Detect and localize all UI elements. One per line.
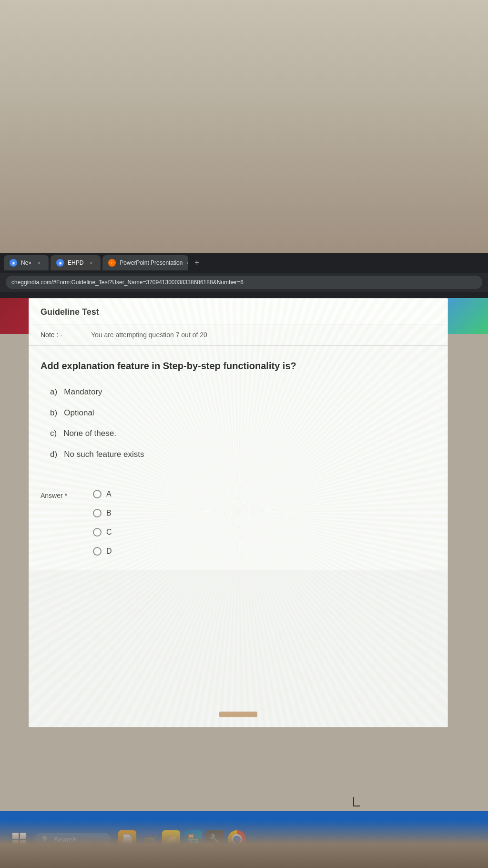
page-title: Guideline Test xyxy=(29,299,447,324)
tab2-close[interactable]: × xyxy=(87,259,95,267)
store-icon-glyph: 🏪 xyxy=(187,834,199,845)
radio-label-b: B xyxy=(106,509,112,517)
tab2-label: EHPD xyxy=(68,259,83,266)
search-label: Search xyxy=(54,836,77,844)
new-tab-button[interactable]: + xyxy=(190,256,203,269)
note-value: You are attempting question 7 out of 20 xyxy=(91,331,207,339)
url-input[interactable]: cheggindia.com/#Form:Guideline_Test?User… xyxy=(6,276,482,289)
option-b: b) Optional xyxy=(50,407,436,419)
option-c-text: None of these. xyxy=(63,429,116,438)
note-label: Note : - xyxy=(41,331,62,339)
browser-tab-1[interactable]: ◉ Ne» × xyxy=(4,255,49,270)
note-row: Note : - You are attempting question 7 o… xyxy=(29,324,447,346)
radio-option-b[interactable]: B xyxy=(93,509,112,517)
radio-label-c: C xyxy=(106,528,112,537)
taskbar-search[interactable]: 🔍 Search xyxy=(34,833,111,847)
option-c: c) None of these. xyxy=(50,427,436,440)
option-b-letter: b) xyxy=(50,408,62,417)
files-icon-glyph: 📄 xyxy=(122,834,133,845)
browser-chrome: ◉ Ne» × ◉ EHPD × P PowerPoint Presentati… xyxy=(0,253,488,298)
new-tab-icon: + xyxy=(194,258,200,268)
address-bar: cheggindia.com/#Form:Guideline_Test?User… xyxy=(0,273,488,292)
option-a: a) Mandatory xyxy=(50,386,436,398)
radio-option-d[interactable]: D xyxy=(93,547,112,556)
search-icon: 🔍 xyxy=(42,836,50,843)
option-b-text: Optional xyxy=(64,408,94,417)
option-d-text: No such feature exists xyxy=(64,450,144,459)
folder-icon-glyph: 📁 xyxy=(165,834,177,845)
question-section: Add explanation feature in Step-by-step … xyxy=(29,346,447,478)
taskbar-folder-icon[interactable]: 📁 xyxy=(162,830,180,848)
radio-circle-d xyxy=(93,547,102,556)
options-list: a) Mandatory b) Optional c) None of thes… xyxy=(50,386,436,460)
physical-background xyxy=(0,0,488,253)
answer-section: Answer * A B C D xyxy=(29,478,447,570)
taskbar-apps: 📄 📹 📁 🏪 🔧 xyxy=(118,830,246,848)
tab3-favicon: P xyxy=(108,259,116,267)
tab1-favicon: ◉ xyxy=(10,259,17,267)
radio-circle-c xyxy=(93,528,102,537)
option-a-text: Mandatory xyxy=(64,387,102,396)
browser-tab-3[interactable]: P PowerPoint Presentation × xyxy=(102,255,188,270)
option-c-letter: c) xyxy=(50,429,61,438)
taskbar-tools-icon[interactable]: 🔧 xyxy=(206,830,224,848)
radio-label-a: A xyxy=(106,490,112,498)
page-title-text: Guideline Test xyxy=(41,307,99,317)
answer-row: Answer * A B C D xyxy=(41,490,436,556)
scroll-indicator xyxy=(219,712,257,717)
tab3-label: PowerPoint Presentation xyxy=(120,259,183,266)
radio-option-a[interactable]: A xyxy=(93,490,112,498)
option-d: d) No such feature exists xyxy=(50,448,436,461)
url-text: cheggindia.com/#Form:Guideline_Test?User… xyxy=(11,279,244,286)
radio-options: A B C D xyxy=(93,490,112,556)
question-text: Add explanation feature in Step-by-step … xyxy=(41,359,436,372)
browser-tab-2[interactable]: ◉ EHPD × xyxy=(51,255,101,270)
option-a-letter: a) xyxy=(50,387,62,396)
taskbar-store-icon[interactable]: 🏪 xyxy=(184,830,202,848)
tools-icon-glyph: 🔧 xyxy=(209,834,221,845)
content-area: Guideline Test Note : - You are attempti… xyxy=(29,298,448,727)
tab2-favicon: ◉ xyxy=(56,259,64,267)
taskbar-video-icon[interactable]: 📹 xyxy=(140,830,158,848)
radio-label-d: D xyxy=(106,547,112,556)
start-button[interactable] xyxy=(10,830,29,849)
answer-label: Answer * xyxy=(41,490,79,499)
taskbar-files-icon[interactable]: 📄 xyxy=(118,830,136,848)
radio-circle-b xyxy=(93,509,102,517)
tab1-label: Ne» xyxy=(21,259,31,266)
taskbar: 🔍 Search 📄 📹 📁 🏪 🔧 xyxy=(0,811,488,868)
tab1-close[interactable]: × xyxy=(35,259,43,267)
windows-logo xyxy=(12,833,26,846)
radio-circle-a xyxy=(93,490,102,498)
radio-option-c[interactable]: C xyxy=(93,528,112,537)
taskbar-chrome-icon[interactable] xyxy=(228,830,246,848)
video-icon-glyph: 📹 xyxy=(143,834,155,845)
option-d-letter: d) xyxy=(50,450,62,459)
tab3-close[interactable]: × xyxy=(186,259,188,267)
tab-bar: ◉ Ne» × ◉ EHPD × P PowerPoint Presentati… xyxy=(0,253,488,273)
cursor xyxy=(353,797,360,806)
